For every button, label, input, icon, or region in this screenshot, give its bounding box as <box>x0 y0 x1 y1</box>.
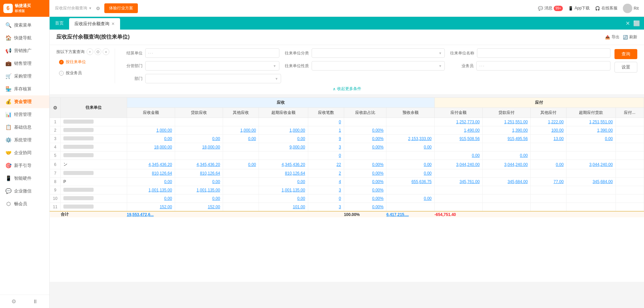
collapse-label: 收起更多条件 <box>337 86 361 92</box>
message-badge: 99+ <box>554 6 563 11</box>
table-container: ⚙ 往来单位 应收 应付 应收金额 贷款应收 其他应收 超期应收金额 应收笔数 … <box>50 97 644 282</box>
query-button[interactable]: 查询 <box>614 49 637 59</box>
sidebar-icon-member: ⬡ <box>5 201 11 207</box>
col-ar-loan: 贷款应收 <box>175 108 223 118</box>
table-row: 1 01,252,773.001,251,551.001,222.001,251… <box>50 118 644 126</box>
table-row: 8P0.000.000.0040.00%655,636.75345,761.00… <box>50 178 644 186</box>
input-unit-category[interactable]: ▼ <box>312 48 445 58</box>
table-row: 2 1,000.001,000.001,000.0010.00%1,490.00… <box>50 126 644 135</box>
unit-name-cell <box>61 135 127 143</box>
sidebar-item-basic[interactable]: 📋基础信息 <box>0 121 49 134</box>
sidebar-item-collab[interactable]: 🤝企业协同 <box>0 146 49 159</box>
field-settlement-unit: 结算单位 ··· <box>119 48 279 58</box>
tab-expand-icon[interactable]: ⬜ <box>633 20 640 27</box>
service-label: 在线客服 <box>601 5 618 11</box>
sidebar-item-operation[interactable]: 📊经营管理 <box>0 108 49 121</box>
sidebar: 6 畅捷通买 标准版 🔍搜索菜单🏠快捷导航📢营销推广💼销售管理🛒采购管理🏪库存核… <box>0 0 50 308</box>
scheme-by-staff[interactable]: ○ 按业务员 <box>56 69 109 77</box>
input-dept[interactable]: ▼ <box>145 74 281 83</box>
table-row: 5 00.000.00 <box>50 151 644 160</box>
col-ar-overdue: 超期应收金额 <box>259 108 308 118</box>
breadcrumb-chevron: ▼ <box>89 6 92 10</box>
sidebar-label-purchase: 采购管理 <box>14 73 32 79</box>
field-salesperson: 业务员 ··· <box>450 61 610 71</box>
header-gear-icon[interactable]: ⚙ <box>96 6 100 11</box>
unit-name-cell <box>61 203 127 212</box>
unit-name-cell <box>61 126 127 135</box>
message-action[interactable]: 💬 消息 99+ <box>538 5 563 11</box>
input-settlement-unit[interactable]: ··· <box>145 48 279 58</box>
search-scheme-panel: 按以下方案查询 + ⊙ « ✓ 按往来单位 ○ 按业务员 <box>56 48 115 83</box>
user-action[interactable]: Rit <box>623 4 639 13</box>
service-action[interactable]: 🎧 在线客服 <box>595 5 618 11</box>
sidebar-label-marketing: 营销推广 <box>14 48 32 54</box>
settings-icon[interactable]: ⚙ <box>11 298 16 305</box>
footer-label: 合计 <box>61 211 127 217</box>
sidebar-item-purchase[interactable]: 🛒采购管理 <box>0 70 49 83</box>
scheme-collapse-btn[interactable]: « <box>103 48 109 55</box>
input-unit-nature[interactable]: ▼ <box>312 61 445 71</box>
col-ar-other: 其他应收 <box>223 108 259 118</box>
table-settings-icon[interactable]: ⚙ <box>53 105 57 111</box>
tab-bar-end: ✕ ⬜ <box>622 17 644 30</box>
sidebar-item-wechat[interactable]: 💬企业微信 <box>0 185 49 197</box>
collapse-bar[interactable]: ∧ 收起更多条件 <box>56 83 637 94</box>
sidebar-icon-wechat: 💬 <box>5 188 11 194</box>
sidebar-item-search[interactable]: 🔍搜索菜单 <box>0 19 49 32</box>
field-unit-name: 往来单位名称 <box>450 48 610 58</box>
sidebar-item-sales[interactable]: 💼销售管理 <box>0 57 49 70</box>
dropdown-arrow-4: ▼ <box>275 77 278 81</box>
footer-ar-prepay: 6,417,215.... <box>386 211 434 217</box>
footer-empty <box>50 211 61 217</box>
logo-name: 畅捷通买 <box>15 3 31 9</box>
col-ar-amount: 应收金额 <box>127 108 175 118</box>
export-label: 导出 <box>611 34 620 40</box>
scheme-by-unit[interactable]: ✓ 按往来单位 <box>56 58 109 66</box>
sidebar-item-hardware[interactable]: 📱智能硬件 <box>0 172 49 185</box>
unit-name-cell <box>61 186 127 194</box>
scheme-label: 按以下方案查询 <box>56 49 85 55</box>
input-salesperson[interactable]: ··· <box>476 61 610 71</box>
input-managing-dept[interactable]: ▼ <box>145 61 279 71</box>
search-row-2: 分管部门 ▼ 往来单位性质 ▼ 业务员 <box>119 61 610 71</box>
sidebar-item-nav[interactable]: 🏠快捷导航 <box>0 32 49 44</box>
tab-home[interactable]: 首页 <box>50 17 69 30</box>
service-icon: 🎧 <box>595 6 600 11</box>
col-settings[interactable]: ⚙ <box>50 98 61 118</box>
sidebar-item-finance[interactable]: 💰资金管理 <box>0 95 49 108</box>
label-unit-category: 往来单位分类 <box>285 50 309 56</box>
sidebar-label-system: 系统管理 <box>14 137 32 143</box>
sidebar-icon-finance: 💰 <box>5 99 11 105</box>
sidebar-item-marketing[interactable]: 📢营销推广 <box>0 44 49 57</box>
table-row: 4 18,000.0018,000.009,000.0030.00%0.00 <box>50 143 644 151</box>
message-label: 消息 <box>544 5 552 11</box>
sidebar-label-finance: 资金管理 <box>14 99 32 105</box>
scheme-edit-btn[interactable]: ⊙ <box>95 48 101 55</box>
sidebar-item-member[interactable]: ⬡畅会员 <box>0 197 49 210</box>
tab-close-icon[interactable]: ✕ <box>111 21 115 26</box>
col-ar-count: 应收笔数 <box>308 108 344 118</box>
sidebar-icon-basic: 📋 <box>5 124 11 130</box>
tab-close-all-icon[interactable]: ✕ <box>626 20 630 27</box>
footer-ar-amount: 19,553,472,6... <box>127 211 175 217</box>
app-download-action[interactable]: 📱 App下载 <box>568 5 590 11</box>
sidebar-label-nav: 快捷导航 <box>14 35 32 41</box>
table-row: 6ン4,345,436.204,345,436.200.004,345,436.… <box>50 160 644 169</box>
sidebar-icon-hardware: 📱 <box>5 175 11 181</box>
sidebar-item-guide[interactable]: 🎯新手引导 <box>0 159 49 172</box>
page-title: 应收应付余额查询(按往来单位) <box>56 34 130 45</box>
export-button[interactable]: 📤 导出 <box>605 34 620 40</box>
input-unit-name[interactable] <box>477 48 610 58</box>
refresh-button[interactable]: 🔄 刷新 <box>623 34 637 40</box>
col-ap-overdue: 超期应付货款 <box>567 108 616 118</box>
sidebar-item-inventory[interactable]: 🏪库存核算 <box>0 83 49 95</box>
tab-arbalance[interactable]: 应收应付余额查询 ✕ <box>69 18 120 30</box>
promo-button[interactable]: 体验行业方案 <box>104 3 138 13</box>
sidebar-item-system[interactable]: ⚙️系统管理 <box>0 134 49 146</box>
collapse-icon[interactable]: ⏸ <box>33 299 38 305</box>
scheme-add-btn[interactable]: + <box>87 48 93 55</box>
settings-button[interactable]: 设置 <box>614 62 637 73</box>
table-row: 9 1,001,135.001,001,135.001,001,135.0030… <box>50 186 644 194</box>
scheme-by-unit-label: 按往来单位 <box>66 59 86 65</box>
field-unit-category: 往来单位分类 ▼ <box>285 48 445 58</box>
